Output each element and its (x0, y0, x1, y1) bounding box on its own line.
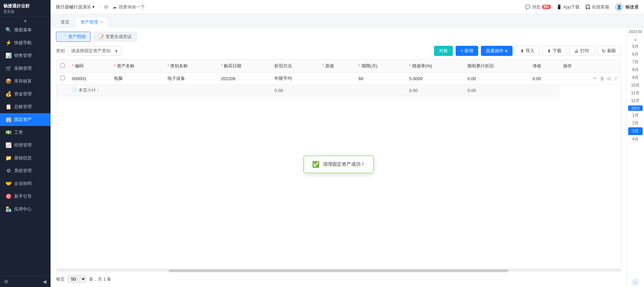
messages-label: 消息 (532, 4, 541, 10)
subtabs: 📄资产明细📝变更生成凭证 (56, 32, 621, 42)
sidebar-item-apps[interactable]: 🏪应用中心 (0, 203, 51, 216)
cell-depreciation_method: 年限平均 (271, 73, 319, 85)
sidebar-item-corp[interactable]: 🤝企业协同 (0, 177, 51, 190)
guide-icon: 🎯 (5, 193, 11, 199)
print-button[interactable]: 🖨 打印 (569, 46, 594, 56)
horizontal-scrollbar[interactable] (56, 269, 621, 272)
timeline-month-12月[interactable]: 12月 (627, 97, 644, 105)
refresh-icon: ↻ (602, 49, 606, 54)
cell-name: 电脑 (111, 73, 164, 85)
timeline-month-2月[interactable]: 2月 (627, 119, 644, 127)
timeline-month-6月[interactable]: 6月 (627, 51, 644, 58)
timeline-up-arrow[interactable]: ▲ (627, 36, 644, 43)
sidebar-item-sales[interactable]: 📊销售管理 (0, 49, 51, 62)
message-badge: 99+ (542, 5, 551, 9)
edit-icon[interactable]: ✏ (593, 76, 597, 82)
app-logo: 畅捷通好业财 普及版 (0, 0, 51, 17)
cell-period: 60 (355, 73, 406, 85)
delete-icon[interactable]: 🗑 (600, 76, 605, 82)
sidebar-item-salary[interactable]: 💵工资 (0, 126, 51, 139)
timeline-month-8月[interactable]: 8月 (627, 66, 644, 74)
col-header-name: * 资产名称 (111, 60, 164, 73)
print-label: 打印 (580, 48, 589, 54)
timeline-month-9月[interactable]: 9月 (627, 74, 644, 82)
batch-label: 批量操作 (486, 48, 503, 54)
sidebar-item-stock[interactable]: 📦库存核算 (0, 75, 51, 88)
messages-btn[interactable]: 💬 消息 99+ (525, 4, 551, 10)
company-selector[interactable]: 医疗器械行业演示 ▾ (56, 4, 95, 10)
cell-code: 000001 (68, 73, 111, 85)
experience-btn[interactable]: ☁ 我要体验一下 (112, 4, 145, 10)
subtab-detail[interactable]: 📄资产明细 (56, 32, 91, 42)
batch-button[interactable]: 批量操作 ▾ (481, 46, 513, 56)
sidebar-scroll-up[interactable]: ▲ (0, 17, 51, 24)
sidebar-item-operation[interactable]: 📈经营管理 (0, 139, 51, 152)
download-icon: ⬇ (547, 49, 551, 54)
sidebar-item-ledger[interactable]: 📋总账管理 (0, 100, 51, 113)
timeline-month-4月[interactable]: 4月 (627, 135, 644, 143)
tab-home[interactable]: 首页 (56, 17, 74, 27)
timeline-month-3月[interactable]: 3月 (628, 127, 643, 135)
category-filter[interactable]: 请选择固定资产类别 ▾ (67, 46, 121, 56)
online-support-btn[interactable]: 🎧 在线客服 (585, 4, 609, 10)
col-header-check (56, 60, 68, 73)
ledger-icon: 📋 (5, 104, 11, 110)
filter-dropdown-icon: ▾ (115, 49, 118, 54)
row-checkbox[interactable] (60, 76, 65, 80)
separator: | (99, 4, 100, 9)
sidebar-item-system[interactable]: ⚙系统管理 (0, 164, 51, 177)
sidebar-item-quicknav[interactable]: ⚡快捷导航 (0, 36, 51, 49)
cell-accumulated_depreciation: 0.00 (464, 73, 529, 85)
subtab-voucher[interactable]: 📝变更生成凭证 (93, 32, 137, 42)
timeline-month-7月[interactable]: 7月 (627, 58, 644, 66)
per-page-select[interactable]: 50 100 200 (67, 275, 86, 283)
sidebar-item-basic[interactable]: 📁基础信息 (0, 152, 51, 164)
cell-purchase_date: 202206 (218, 73, 271, 85)
import-button[interactable]: ⬆ 导入 (515, 46, 540, 56)
timeline-month-1月[interactable]: 1月 (627, 111, 644, 119)
reconcile-button[interactable]: 对账 (434, 46, 453, 56)
sidebar-item-fund[interactable]: 💰资金管理 (0, 88, 51, 100)
copy-icon[interactable]: ⧉ (607, 76, 611, 82)
more-icon[interactable]: ↗ (613, 76, 617, 82)
timeline-month-5月[interactable]: 5月 (627, 43, 644, 51)
select-all-checkbox[interactable] (60, 63, 65, 68)
scrollbar-thumb[interactable] (169, 269, 508, 272)
app-download-label: App下载 (563, 4, 580, 10)
sidebar-item-label: 新手引导 (14, 193, 32, 199)
per-page-label: 每页 (56, 276, 65, 282)
timeline-header: 2023.03 (627, 28, 644, 36)
logo-main: 畅捷通好业财 (3, 3, 47, 9)
page-main: 📄资产明细📝变更生成凭证 类别 请选择固定资产类别 ▾ 对账 + 新增 批量操作… (51, 28, 626, 287)
salary-icon: 💵 (5, 129, 11, 135)
col-header-net_value: 净值 (529, 60, 560, 73)
collapse-icon[interactable]: ◀ (43, 279, 47, 284)
sidebar-item-fixedasset[interactable]: 🏢固定资产 (0, 113, 51, 126)
refresh-button[interactable]: ↻ 刷新 (597, 46, 621, 56)
timeline-scroll[interactable]: 5月6月7月8月9月10月11月12月20231月2月3月4月 (627, 43, 644, 277)
new-button[interactable]: + 新增 (456, 46, 478, 56)
download-button[interactable]: ⬇ 下载 (542, 46, 566, 56)
sidebar-item-purchase[interactable]: 🛒采购管理 (0, 62, 51, 75)
print-icon: 🖨 (574, 49, 579, 54)
col-header-accumulated_depreciation: 期初累计折旧 (464, 60, 529, 73)
app-download-btn[interactable]: 📱 App下载 (556, 4, 580, 10)
sidebar-item-label: 工资 (14, 129, 23, 135)
sidebar-item-search[interactable]: 🔍搜索菜单 (0, 24, 51, 36)
sidebar-item-label: 企业协同 (14, 181, 32, 187)
settings-gear-icon[interactable]: ⚙ (104, 4, 108, 10)
import-label: 导入 (526, 48, 534, 54)
tab-close-icon[interactable]: ✕ (100, 20, 103, 25)
company-name: 医疗器械行业演示 (56, 4, 91, 10)
stock-icon: 📦 (5, 78, 11, 84)
settings-icon[interactable]: ⚙ (4, 279, 8, 284)
timeline-month-10月[interactable]: 10月 (627, 82, 644, 89)
user-menu[interactable]: 👤 畅捷通 (615, 3, 639, 11)
tab-asset[interactable]: 资产管理✕ (75, 17, 108, 28)
topbar-right: 💬 消息 99+ 📱 App下载 🎧 在线客服 👤 畅捷通 (525, 3, 639, 11)
purchase-icon: 🛒 (5, 65, 11, 71)
timeline-month-11月[interactable]: 11月 (627, 89, 644, 97)
timeline-down-btn[interactable]: ↓ (632, 278, 639, 286)
sidebar-item-guide[interactable]: 🎯新手引导 (0, 190, 51, 203)
voucher-icon: 📝 (98, 34, 104, 39)
